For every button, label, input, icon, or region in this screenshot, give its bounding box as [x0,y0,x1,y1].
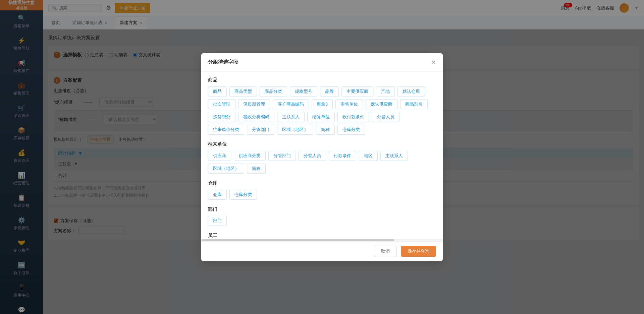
field-tag-product-22[interactable]: 分管部门 [247,125,274,135]
field-group-product: 商品 商品 商品类型 商品分类 规格型号 品牌 主要供应商 产地 默认仓库 批次… [208,77,436,135]
field-group-warehouse: 仓库 仓库 仓库分类 [208,180,436,200]
field-tag-product-2[interactable]: 商品分类 [260,86,287,97]
field-tag-product-14[interactable]: 商品别名 [400,99,428,109]
modal-close-button[interactable]: ✕ [431,59,436,66]
warehouse-fields: 仓库 仓库分类 [208,190,436,200]
field-tag-product-13[interactable]: 默认供应商 [366,99,397,109]
field-tag-product-18[interactable]: 结算单位 [307,112,335,122]
field-tag-product-8[interactable]: 批次管理 [208,99,235,109]
field-tag-cp-7[interactable]: 区域（地区） [208,164,244,174]
modal-header: 分组待选字段 ✕ [201,53,443,72]
modal-scrollbar-horizontal[interactable] [201,239,443,241]
field-tag-product-4[interactable]: 品牌 [320,86,339,97]
field-tag-product-11[interactable]: 重量3 [312,99,333,109]
field-group-counterpart: 往来单位 供应商 供应商分类 分管部门 分管人员 付款条件 地区 主联系人 区域… [208,141,436,174]
field-tag-cp-1[interactable]: 供应商分类 [234,151,266,161]
field-tag-wh-0[interactable]: 仓库 [208,190,227,200]
modal: 分组待选字段 ✕ 商品 商品 商品类型 商品分类 规格型号 品牌 主要供应商 产… [201,53,443,261]
modal-title: 分组待选字段 [208,59,238,65]
field-tag-product-15[interactable]: 拣货积分 [208,112,235,122]
field-tag-product-1[interactable]: 商品类型 [229,86,257,97]
modal-footer: 取消 保存并查询 [201,241,443,261]
product-group-title: 商品 [208,77,436,83]
counterpart-group-title: 往来单位 [208,141,436,147]
field-tag-product-20[interactable]: 分管人员 [372,112,399,122]
field-group-department: 部门 部门 [208,206,436,226]
field-tag-product-9[interactable]: 保质期管理 [238,99,270,109]
field-tag-wh-1[interactable]: 仓库分类 [229,190,257,200]
field-tag-product-7[interactable]: 默认仓库 [397,86,425,97]
field-tag-cp-0[interactable]: 供应商 [208,151,231,161]
field-tag-cp-4[interactable]: 付款条件 [329,151,356,161]
field-tag-cp-6[interactable]: 主联系人 [380,151,408,161]
cancel-button[interactable]: 取消 [374,246,397,257]
field-tag-product-12[interactable]: 零售单位 [335,99,363,109]
field-tag-product-6[interactable]: 产地 [376,86,395,97]
field-group-employee: 员工 业务员 [208,233,436,239]
confirm-button[interactable]: 保存并查询 [401,246,436,257]
field-tag-cp-5[interactable]: 地区 [359,151,378,161]
field-tag-cp-2[interactable]: 分管部门 [268,151,296,161]
product-fields: 商品 商品类型 商品分类 规格型号 品牌 主要供应商 产地 默认仓库 批次管理 … [208,86,436,135]
field-tag-product-0[interactable]: 商品 [208,86,227,97]
field-tag-product-10[interactable]: 客户商品编码 [273,99,309,109]
modal-body[interactable]: 商品 商品 商品类型 商品分类 规格型号 品牌 主要供应商 产地 默认仓库 批次… [201,72,443,239]
field-tag-product-21[interactable]: 往来单位分类 [208,125,244,135]
field-tag-product-3[interactable]: 规格型号 [290,86,317,97]
field-tag-product-24[interactable]: 简称 [316,125,335,135]
field-tag-product-23[interactable]: 区域（地区） [277,125,313,135]
field-tag-product-16[interactable]: 税收分类编码 [238,112,274,122]
department-group-title: 部门 [208,206,436,212]
field-tag-product-19[interactable]: 收付款条件 [337,112,369,122]
modal-overlay: 分组待选字段 ✕ 商品 商品 商品类型 商品分类 规格型号 品牌 主要供应商 产… [0,0,644,314]
field-tag-cp-3[interactable]: 分管人员 [299,151,326,161]
field-tag-product-17[interactable]: 主联系人 [277,112,305,122]
field-tag-product-25[interactable]: 仓库分类 [337,125,365,135]
field-tag-cp-8[interactable]: 简称 [247,164,266,174]
field-tag-dept-0[interactable]: 部门 [208,216,227,226]
counterpart-fields: 供应商 供应商分类 分管部门 分管人员 付款条件 地区 主联系人 区域（地区） … [208,151,436,174]
field-tag-product-5[interactable]: 主要供应商 [341,86,373,97]
warehouse-group-title: 仓库 [208,180,436,186]
employee-group-title: 员工 [208,233,436,239]
department-fields: 部门 [208,216,436,226]
